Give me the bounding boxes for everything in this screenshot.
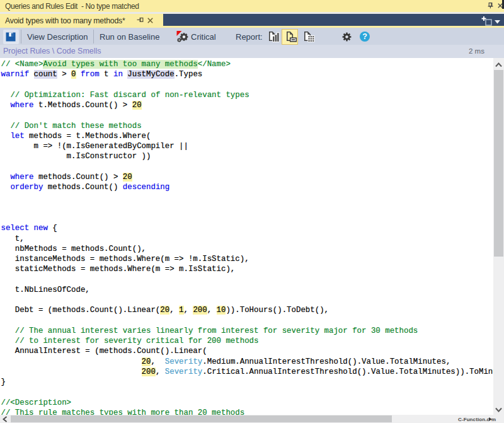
svg-text:?: ? bbox=[362, 32, 367, 41]
